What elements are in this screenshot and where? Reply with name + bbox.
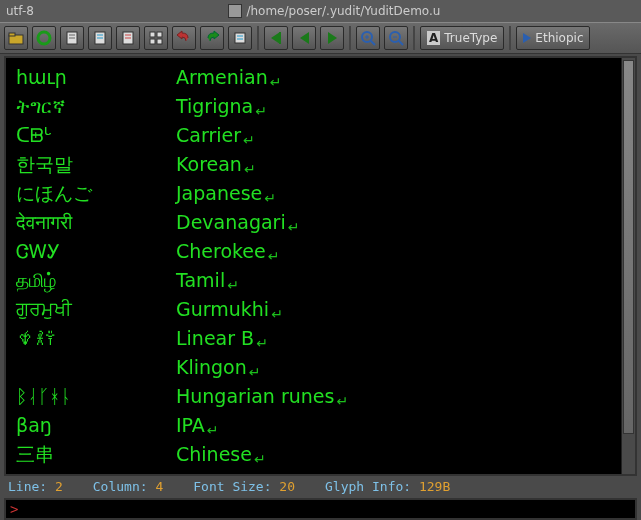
native-script: देवनागरी (16, 209, 176, 238)
line-label: Line: (8, 479, 47, 494)
record-button[interactable] (32, 26, 56, 50)
text-row: βaŋIPA↵ (16, 412, 611, 441)
text-row: ᏣᎳᎩCherokee↵ (16, 238, 611, 267)
return-icon: ↵ (249, 364, 261, 380)
script-name: Armenian↵ (176, 64, 281, 93)
return-icon: ↵ (207, 422, 219, 438)
filepath: /home/poser/.yudit/YuditDemo.u (34, 4, 635, 18)
text-row: ትግርኛTigrigna↵ (16, 93, 611, 122)
return-icon: ↵ (270, 74, 282, 90)
return-icon: ↵ (255, 103, 267, 119)
filepath-text: /home/poser/.yudit/YuditDemo.u (246, 4, 440, 18)
vertical-scrollbar[interactable] (621, 58, 635, 474)
script-name: Japanese↵ (176, 180, 276, 209)
text-row: ᑕᗸᒡCarrier↵ (16, 122, 611, 151)
grid-button[interactable] (144, 26, 168, 50)
text-row: にほんごJapanese↵ (16, 180, 611, 209)
input-method-selector[interactable]: Ethiopic (516, 26, 590, 50)
fontsize-value: 20 (279, 479, 295, 494)
native-script: ᑕᗸᒡ (16, 122, 176, 151)
text-editor[interactable]: հաւրArmenian↵ትግርኛTigrigna↵ᑕᗸᒡCarrier↵한국말… (6, 58, 621, 474)
return-icon: ↵ (254, 451, 266, 467)
document-button[interactable] (60, 26, 84, 50)
svg-rect-16 (235, 33, 245, 43)
line-value: 2 (55, 479, 63, 494)
status-bar: Line: 2 Column: 4 Font Size: 20 Glyph In… (0, 476, 641, 496)
return-icon: ↵ (243, 132, 255, 148)
svg-rect-12 (150, 32, 155, 37)
zoom-in-button[interactable] (356, 26, 380, 50)
svg-rect-15 (157, 39, 162, 44)
text-row: 三串Chinese↵ (16, 441, 611, 470)
text-row: ਗੁਰਮੁਖੀGurmukhi↵ (16, 296, 611, 325)
text-row: 𐀶𐀪𐀦Linear B↵ (16, 325, 611, 354)
separator (413, 26, 415, 50)
svg-line-20 (371, 41, 375, 45)
script-name: Chinese↵ (176, 441, 266, 470)
return-icon: ↵ (256, 335, 268, 351)
return-icon: ↵ (227, 277, 239, 293)
play-icon (523, 33, 531, 43)
font-selector[interactable]: A TrueType (420, 26, 504, 50)
svg-rect-1 (9, 33, 15, 36)
script-name: Gurmukhi↵ (176, 296, 283, 325)
script-name: Hungarian runes↵ (176, 383, 348, 412)
command-line[interactable]: > (4, 498, 637, 520)
native-script: 三串 (16, 441, 176, 470)
script-name: IPA↵ (176, 412, 219, 441)
return-icon: ↵ (336, 393, 348, 409)
native-script: ਗੁਰਮੁਖੀ (16, 296, 176, 325)
column-label: Column: (93, 479, 148, 494)
zoom-out-button[interactable] (384, 26, 408, 50)
font-icon: A (427, 31, 440, 45)
script-name: Linear B↵ (176, 325, 268, 354)
text-row: Klingon↵ (16, 354, 611, 383)
document-paste-button[interactable] (116, 26, 140, 50)
svg-point-2 (38, 32, 50, 44)
titlebar: utf-8 /home/poser/.yudit/YuditDemo.u (0, 0, 641, 22)
file-icon (228, 4, 242, 18)
text-row: 한국말Korean↵ (16, 151, 611, 180)
script-name: Cherokee↵ (176, 238, 279, 267)
native-script: ᏣᎳᎩ (16, 238, 176, 267)
editor-area: հաւրArmenian↵ትግርኛTigrigna↵ᑕᗸᒡCarrier↵한국말… (4, 56, 637, 476)
text-row: தமிழ்Tamil↵ (16, 267, 611, 296)
native-script: 한국말 (16, 151, 176, 180)
redo-button[interactable] (200, 26, 224, 50)
return-icon: ↵ (264, 190, 276, 206)
font-label: TrueType (444, 31, 497, 45)
glyph-label: Glyph Info: (325, 479, 411, 494)
return-icon: ↵ (271, 306, 283, 322)
separator (349, 26, 351, 50)
separator (257, 26, 259, 50)
native-script: தமிழ் (16, 267, 176, 296)
text-row: հաւրArmenian↵ (16, 64, 611, 93)
text-row: देवनागरीDevanagari↵ (16, 209, 611, 238)
script-name: Tigrigna↵ (176, 93, 267, 122)
native-script: 𐀶𐀪𐀦 (16, 325, 176, 354)
script-name: Tamil↵ (176, 267, 239, 296)
go-next-button[interactable] (320, 26, 344, 50)
fontsize-label: Font Size: (193, 479, 271, 494)
script-name: Devanagari↵ (176, 209, 299, 238)
return-icon: ↵ (268, 248, 280, 264)
undo-button[interactable] (172, 26, 196, 50)
text-row: ᛒᛆᚴᚼᚿHungarian runes↵ (16, 383, 611, 412)
script-name: Carrier↵ (176, 122, 255, 151)
script-name: Korean↵ (176, 151, 256, 180)
separator (509, 26, 511, 50)
go-start-button[interactable] (264, 26, 288, 50)
document-copy-button[interactable] (88, 26, 112, 50)
glyph-value: 129B (419, 479, 450, 494)
svg-rect-13 (157, 32, 162, 37)
svg-rect-14 (150, 39, 155, 44)
input-method-label: Ethiopic (535, 31, 583, 45)
open-button[interactable] (4, 26, 28, 50)
prompt: > (10, 501, 18, 517)
native-script: ትግርኛ (16, 93, 176, 122)
native-script (16, 354, 176, 383)
column-value: 4 (155, 479, 163, 494)
go-prev-button[interactable] (292, 26, 316, 50)
scrollbar-thumb[interactable] (623, 60, 634, 434)
paragraph-button[interactable] (228, 26, 252, 50)
